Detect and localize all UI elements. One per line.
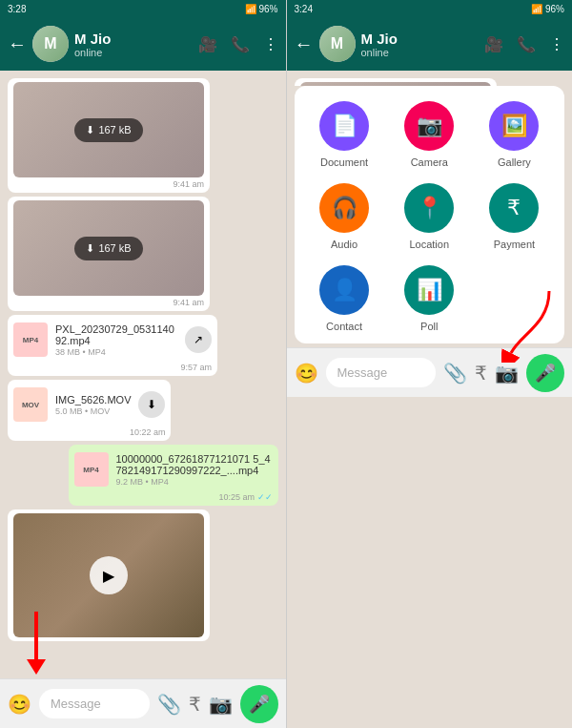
- battery-left: 📶 96%: [245, 4, 278, 14]
- message-input-left[interactable]: Message: [39, 689, 150, 718]
- file-size-1: 38 MB • MP4: [55, 347, 177, 357]
- msg-time-2: 9:41 am: [13, 298, 204, 307]
- camera-icon-left[interactable]: 📷: [209, 693, 233, 716]
- attach-empty: [476, 265, 553, 332]
- play-button[interactable]: ▶: [90, 556, 128, 594]
- video-call-icon-right[interactable]: 🎥: [484, 35, 503, 53]
- mic-button-right[interactable]: 🎤: [526, 354, 564, 392]
- media-thumb-1[interactable]: ⬇ 167 kB: [13, 82, 204, 177]
- file-msg-2: MOV IMG_5626.MOV 5.0 MB • MOV ⬇ 10:22 am: [8, 380, 171, 441]
- video-call-icon-left[interactable]: 🎥: [198, 35, 217, 53]
- file-size-3: 9.2 MB • MP4: [116, 477, 273, 487]
- media-size-1: 167 kB: [98, 124, 131, 135]
- r-media-thumb-1[interactable]: ⬇ 167 kB: [300, 82, 491, 86]
- header-right: ← M M Jio online 🎥 📞 ⋮: [287, 17, 573, 71]
- call-icon-left[interactable]: 📞: [231, 35, 250, 53]
- emoji-icon-right[interactable]: 😊: [295, 362, 318, 385]
- video-thumb-1[interactable]: ▶: [13, 513, 204, 637]
- attach-payment[interactable]: ₹ Payment: [476, 183, 553, 250]
- file-download-2[interactable]: ⬇: [138, 391, 165, 418]
- media-msg-2: ⬇ 167 kB 9:41 am: [8, 197, 210, 311]
- file-info-2: IMG_5626.MOV 5.0 MB • MOV: [55, 394, 131, 416]
- contact-name-right: M Jio: [361, 31, 480, 47]
- camera-icon[interactable]: 📷: [404, 101, 454, 151]
- msg-time-5: 10:25 am ✓✓: [74, 492, 273, 502]
- header-actions-right: 🎥 📞 ⋮: [484, 35, 564, 53]
- status-bar-left: 3:28 📶 96%: [0, 0, 286, 17]
- document-icon[interactable]: 📄: [319, 101, 369, 151]
- attach-document[interactable]: 📄 Document: [306, 101, 383, 168]
- file-icon-1: MP4: [13, 322, 48, 357]
- attach-icon-left[interactable]: 📎: [157, 693, 181, 716]
- time-right: 3:24: [295, 4, 313, 14]
- left-panel: 3:28 📶 96% ← M M Jio online 🎥 📞 ⋮ ⬇ 167 …: [0, 0, 286, 728]
- rupee-icon-right[interactable]: ₹: [475, 362, 487, 385]
- avatar-left: M: [32, 26, 69, 62]
- media-thumb-2[interactable]: ⬇ 167 kB: [13, 200, 204, 296]
- contact-info-right[interactable]: M Jio online: [361, 31, 480, 58]
- attach-contact[interactable]: 👤 Contact: [306, 265, 383, 332]
- contact-icon[interactable]: 👤: [319, 265, 369, 315]
- msg-time-3: 9:57 am: [13, 363, 212, 372]
- header-left: ← M M Jio online 🎥 📞 ⋮: [0, 17, 286, 71]
- file-msg-1: MP4 PXL_20230729_053114092.mp4 38 MB • M…: [8, 315, 217, 376]
- back-button-right[interactable]: ←: [295, 33, 314, 55]
- audio-icon[interactable]: 🎧: [319, 183, 369, 233]
- payment-icon[interactable]: ₹: [489, 183, 539, 233]
- message-input-right[interactable]: Message: [326, 358, 437, 387]
- file-download-1[interactable]: ↗: [185, 326, 212, 353]
- file-name-2: IMG_5626.MOV: [55, 394, 131, 406]
- msg-time-1: 9:41 am: [13, 179, 204, 189]
- attach-gallery[interactable]: 🖼️ Gallery: [476, 101, 553, 168]
- file-info-1: PXL_20230729_053114092.mp4 38 MB • MP4: [55, 323, 177, 357]
- back-button-left[interactable]: ←: [8, 33, 27, 55]
- chat-area-right: ⬇ 167 kB 9:41 am ⬇ 167 kB 9:41 am MP4 PX…: [287, 71, 573, 86]
- location-icon[interactable]: 📍: [404, 183, 454, 233]
- file-icon-3: MP4: [74, 452, 109, 487]
- file-icon-2: MOV: [13, 387, 48, 422]
- camera-icon-right[interactable]: 📷: [495, 362, 519, 385]
- media-size-2: 167 kB: [98, 242, 131, 254]
- bottom-bar-left: 😊 Message 📎 ₹ 📷 🎤: [0, 678, 286, 728]
- attach-icon-right[interactable]: 📎: [443, 362, 467, 385]
- emoji-icon-left[interactable]: 😊: [8, 693, 31, 716]
- download-badge-1[interactable]: ⬇ 167 kB: [74, 118, 142, 142]
- location-label: Location: [409, 239, 449, 250]
- camera-label: Camera: [411, 156, 448, 168]
- payment-label: Payment: [494, 239, 535, 250]
- document-label: Document: [320, 156, 368, 168]
- contact-status-right: online: [361, 47, 480, 58]
- msg-time-4: 10:22 am: [13, 427, 165, 437]
- contact-info-left[interactable]: M Jio online: [74, 31, 193, 58]
- more-icon-right[interactable]: ⋮: [549, 35, 564, 53]
- attachment-menu: 📄 Document 📷 Camera 🖼️ Gallery 🎧 Audio 📍…: [295, 86, 565, 343]
- contact-label: Contact: [326, 321, 362, 332]
- file-size-2: 5.0 MB • MOV: [55, 406, 131, 416]
- media-msg-1: ⬇ 167 kB 9:41 am: [8, 78, 210, 193]
- mic-button-left[interactable]: 🎤: [240, 685, 278, 723]
- chat-area-left: ⬇ 167 kB 9:41 am ⬇ 167 kB 9:41 am MP4 PX…: [0, 71, 286, 678]
- attach-location[interactable]: 📍 Location: [391, 183, 468, 250]
- call-icon-right[interactable]: 📞: [517, 35, 536, 53]
- attach-audio[interactable]: 🎧 Audio: [306, 183, 383, 250]
- video-msg-1: ▶: [8, 510, 210, 641]
- more-icon-left[interactable]: ⋮: [263, 35, 278, 53]
- contact-status-left: online: [74, 47, 193, 58]
- right-panel: 3:24 📶 96% ← M M Jio online 🎥 📞 ⋮ ⬇ 167 …: [287, 0, 573, 728]
- file-msg-3-sent: MP4 10000000_67261877121071 5_4782149171…: [69, 445, 278, 506]
- attach-poll[interactable]: 📊 Poll: [391, 265, 468, 332]
- poll-label: Poll: [420, 321, 438, 332]
- contact-name-left: M Jio: [74, 31, 193, 47]
- gallery-icon[interactable]: 🖼️: [489, 101, 539, 151]
- file-info-3: 10000000_67261877121071 5_47821491712909…: [116, 453, 273, 487]
- attach-camera[interactable]: 📷 Camera: [391, 101, 468, 168]
- r-media-msg-1: ⬇ 167 kB 9:41 am: [295, 78, 497, 86]
- battery-right: 📶 96%: [531, 4, 564, 14]
- download-badge-2[interactable]: ⬇ 167 kB: [74, 237, 142, 260]
- file-name-1: PXL_20230729_053114092.mp4: [55, 323, 177, 346]
- audio-label: Audio: [331, 239, 358, 250]
- avatar-right: M: [319, 26, 356, 62]
- rupee-icon-left[interactable]: ₹: [189, 693, 201, 716]
- time-left: 3:28: [8, 4, 26, 14]
- poll-icon[interactable]: 📊: [404, 265, 454, 315]
